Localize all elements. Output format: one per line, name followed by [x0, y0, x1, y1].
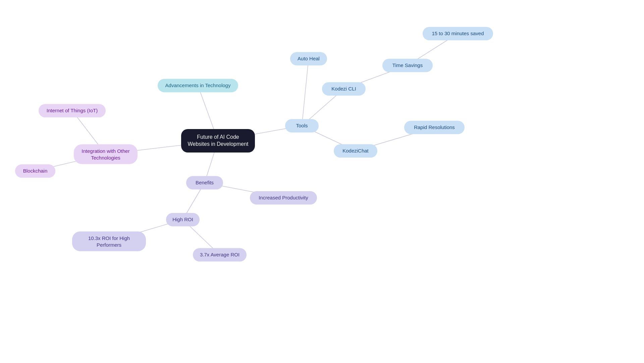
node-benefits[interactable]: Benefits	[186, 176, 223, 189]
node-highroi[interactable]: High ROI	[166, 213, 200, 226]
node-iot[interactable]: Internet of Things (IoT)	[39, 104, 106, 117]
node-advancements[interactable]: Advancements in Technology	[158, 79, 238, 92]
node-tools[interactable]: Tools	[285, 119, 319, 132]
node-kodezichat[interactable]: KodeziChat	[334, 144, 377, 158]
mindmap-container: Future of AI Code Websites in Developmen…	[0, 0, 644, 363]
node-minutes[interactable]: 15 to 30 minutes saved	[423, 27, 493, 40]
node-roi103[interactable]: 10.3x ROI for High Performers	[72, 232, 146, 251]
node-productivity[interactable]: Increased Productivity	[250, 191, 317, 204]
node-autoheal[interactable]: Auto Heal	[290, 52, 327, 65]
node-kodezicli[interactable]: Kodezi CLI	[322, 82, 366, 96]
node-blockchain[interactable]: Blockchain	[15, 164, 55, 178]
node-timesavings[interactable]: Time Savings	[382, 59, 433, 72]
node-rapidres[interactable]: Rapid Resolutions	[404, 121, 465, 134]
node-integration[interactable]: Integration with Other Technologies	[74, 144, 138, 164]
node-roi37[interactable]: 3.7x Average ROI	[193, 248, 247, 261]
center-node: Future of AI Code Websites in Developmen…	[181, 129, 255, 153]
svg-line-5	[302, 59, 309, 126]
